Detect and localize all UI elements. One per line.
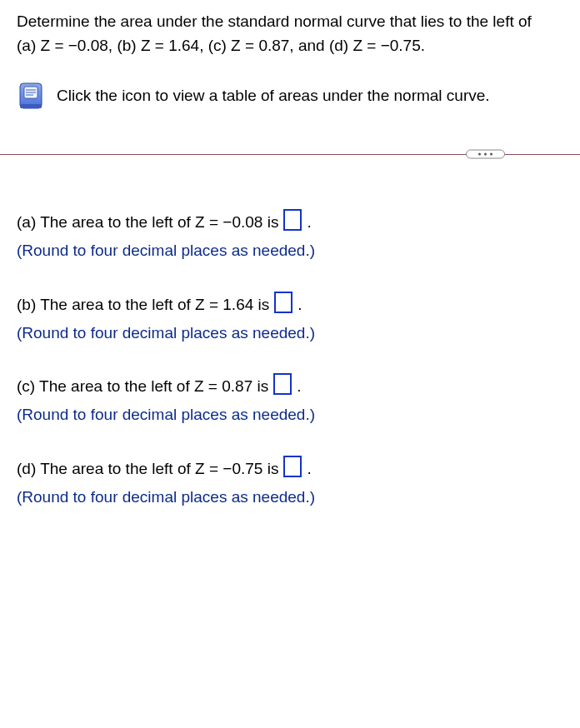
answer-input-d[interactable] <box>283 456 302 477</box>
part-d-prefix: (d) The area to the left of Z = −0.75 is <box>17 456 278 482</box>
part-d-hint: (Round to four decimal places as needed.… <box>17 484 563 511</box>
answer-input-b[interactable] <box>274 292 292 313</box>
dot-icon <box>484 153 487 156</box>
part-b-prefix: (b) The area to the left of Z = 1.64 is <box>17 292 269 318</box>
section-divider <box>0 144 580 164</box>
part-c-prefix: (c) The area to the left of Z = 0.87 is <box>17 373 268 400</box>
part-d: (d) The area to the left of Z = −0.75 is… <box>17 452 563 511</box>
more-options-pill[interactable] <box>466 150 505 159</box>
dot-icon <box>478 153 481 156</box>
part-a: (a) The area to the left of Z = −0.08 is… <box>17 206 563 265</box>
part-b-suffix: . <box>298 292 302 318</box>
table-icon-row: Click the icon to view a table of areas … <box>17 81 563 111</box>
question-line2: (a) Z = −0.08, (b) Z = 1.64, (c) Z = 0.8… <box>17 34 563 58</box>
part-c-hint: (Round to four decimal places as needed.… <box>17 401 563 428</box>
part-a-suffix: . <box>307 209 311 236</box>
part-c: (c) The area to the left of Z = 0.87 is … <box>17 370 563 429</box>
book-icon[interactable] <box>17 81 47 111</box>
part-c-suffix: . <box>297 373 301 400</box>
part-c-line: (c) The area to the left of Z = 0.87 is … <box>17 370 563 400</box>
part-a-hint: (Round to four decimal places as needed.… <box>17 237 563 264</box>
part-a-line: (a) The area to the left of Z = −0.08 is… <box>17 206 563 236</box>
question-text: Determine the area under the standard no… <box>17 10 563 57</box>
part-b: (b) The area to the left of Z = 1.64 is … <box>17 288 563 347</box>
part-d-line: (d) The area to the left of Z = −0.75 is… <box>17 452 563 482</box>
part-b-hint: (Round to four decimal places as needed.… <box>17 320 563 347</box>
part-a-prefix: (a) The area to the left of Z = −0.08 is <box>17 209 278 236</box>
question-line1: Determine the area under the standard no… <box>17 10 563 34</box>
part-b-line: (b) The area to the left of Z = 1.64 is … <box>17 288 563 318</box>
answer-input-a[interactable] <box>283 209 302 231</box>
part-d-suffix: . <box>307 456 311 482</box>
svg-rect-5 <box>20 104 42 108</box>
answer-input-c[interactable] <box>273 373 292 395</box>
icon-hint-text: Click the icon to view a table of areas … <box>57 87 490 105</box>
dot-icon <box>490 153 492 156</box>
